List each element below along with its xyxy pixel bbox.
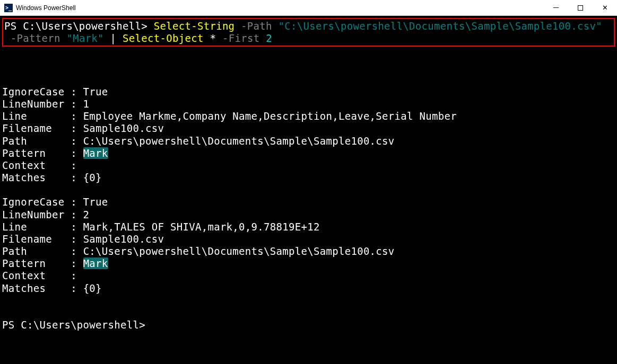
wildcard-star: * (210, 32, 216, 44)
close-icon: ✕ (602, 4, 608, 11)
out-filename-value: Sample100.csv (83, 122, 164, 134)
out-matches-value: {0} (83, 172, 102, 183)
close-button[interactable]: ✕ (593, 0, 617, 15)
out2-filename-label: Filename (2, 233, 52, 245)
out-linenumber-label: LineNumber (2, 98, 64, 110)
out2-context-label: Context (2, 270, 46, 281)
cmdlet-select-object: Select-Object (123, 32, 204, 44)
param-first: -First (222, 32, 259, 44)
out2-path-label: Path (2, 245, 27, 257)
path-value: "C:\Users\powershell\Documents\Sample\Sa… (279, 20, 602, 32)
command-highlight-box: PS C:\Users\powershell> Select-String -P… (2, 18, 615, 47)
out2-line-label: Line (2, 221, 27, 233)
out-filename-label: Filename (2, 122, 52, 134)
out-line-value: Employee Markme,Company Name,Description… (83, 110, 457, 122)
out-line-label: Line (2, 110, 27, 122)
first-value: 2 (266, 32, 272, 44)
minimize-icon (553, 7, 559, 8)
out2-line-value: Mark,TALES OF SHIVA,mark,0,9.78819E+12 (83, 221, 320, 233)
out-path-value: C:\Users\powershell\Documents\Sample\Sam… (83, 135, 395, 147)
window-titlebar: >_ Windows PowerShell ✕ (0, 0, 617, 16)
out2-pattern-value: Mark (83, 258, 108, 269)
out2-matches-label: Matches (2, 282, 46, 294)
out2-ignorecase-label: IgnoreCase (2, 196, 64, 208)
cmdlet-select-string: Select-String (154, 20, 235, 32)
maximize-button[interactable] (568, 0, 593, 15)
powershell-icon: >_ (4, 4, 13, 12)
out2-linenumber-label: LineNumber (2, 209, 64, 220)
out-ignorecase-label: IgnoreCase (2, 86, 64, 97)
window-controls: ✕ (544, 0, 617, 15)
out-linenumber-value: 1 (83, 98, 90, 110)
out2-filename-value: Sample100.csv (83, 233, 164, 245)
out-matches-label: Matches (2, 172, 46, 183)
out2-pattern-label: Pattern (2, 258, 46, 269)
out-context-label: Context (2, 159, 46, 171)
out2-ignorecase-value: True (83, 196, 108, 208)
pipe-operator: | (110, 32, 117, 44)
prompt2-path: C:\Users\powershell> (21, 319, 145, 331)
window-title: Windows PowerShell (16, 4, 544, 12)
terminal-content[interactable]: PS C:\Users\powershell> Select-String -P… (0, 16, 617, 364)
minimize-button[interactable] (544, 0, 568, 15)
out-pattern-label: Pattern (2, 147, 46, 159)
out2-matches-value: {0} (83, 282, 102, 294)
out-pattern-value: Mark (83, 147, 108, 159)
param-pattern: -Pattern (4, 32, 60, 44)
out-path-label: Path (2, 135, 27, 147)
pattern-value: "Mark" (66, 32, 103, 44)
prompt2-prefix: PS (2, 319, 21, 331)
prompt-path: C:\Users\powershell> (23, 20, 147, 32)
prompt-prefix: PS (4, 20, 23, 32)
out-ignorecase-value: True (83, 86, 108, 97)
param-path: -Path (241, 20, 272, 32)
out2-linenumber-value: 2 (83, 209, 90, 220)
maximize-icon (578, 5, 583, 11)
out2-path-value: C:\Users\powershell\Documents\Sample\Sam… (83, 245, 395, 257)
